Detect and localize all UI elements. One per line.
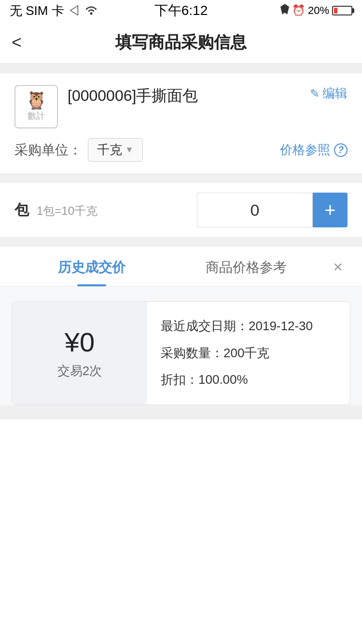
product-section: 🦉 數計 [0000006]手撕面包 ✎ 编辑 采购单位： 千克 ▼ 价格参照 …: [0, 73, 362, 173]
price-ref-button[interactable]: 价格参照 ?: [280, 141, 348, 158]
purchase-row: 采购单位： 千克 ▼ 价格参照 ?: [14, 138, 348, 162]
product-logo: 🦉 數計: [14, 85, 58, 128]
owl-icon: 🦉: [26, 92, 47, 109]
product-name: [0000006]手撕面包: [68, 85, 198, 107]
quantity-display: 0: [197, 193, 313, 227]
back-button[interactable]: <: [12, 32, 22, 53]
quantity-section: 包 1包=10千克 0 +: [0, 183, 362, 237]
page-title: 填写商品采购信息: [115, 31, 247, 54]
unit-label: 包: [14, 200, 29, 220]
unit-dropdown[interactable]: 千克 ▼: [88, 138, 143, 162]
tab-history-price[interactable]: 历史成交价: [14, 247, 169, 286]
svg-point-0: [90, 12, 92, 14]
alarm-icon: ⏰: [292, 4, 305, 17]
price-amount: ¥0: [65, 326, 95, 358]
price-detail-quantity: 采购数量：200千克: [161, 343, 336, 364]
unit-value: 千克: [97, 141, 122, 158]
status-bar: 无 SIM 卡 ◁ 下午6:12 ⏰ 20%: [0, 0, 362, 21]
price-detail-date: 最近成交日期：2019-12-30: [161, 316, 336, 336]
product-header: 🦉 數計 [0000006]手撕面包 ✎ 编辑: [14, 85, 348, 128]
dropdown-arrow-icon: ▼: [125, 145, 134, 155]
price-card: ¥0 交易2次 最近成交日期：2019-12-30 采购数量：200千克 折扣：…: [12, 301, 350, 405]
price-detail-discount: 折扣：100.00%: [161, 370, 336, 390]
battery-percentage: 20%: [308, 4, 329, 17]
help-icon: ?: [334, 143, 348, 157]
edit-icon: ✎: [310, 87, 320, 100]
tabs-header: 历史成交价 商品价格参考 ×: [0, 247, 362, 287]
status-left: 无 SIM 卡 ◁: [10, 2, 98, 19]
quantity-right: 0 +: [197, 193, 348, 227]
battery-icon: [332, 6, 352, 15]
nav-bar: < 填写商品采购信息: [0, 21, 362, 64]
location-icon: [280, 4, 289, 17]
tabs-section: 历史成交价 商品价格参考 × ¥0 交易2次 最近成交日期：2019-12-30…: [0, 247, 362, 405]
tab-price-ref[interactable]: 商品价格参考: [169, 247, 323, 286]
status-right: ⏰ 20%: [280, 4, 352, 17]
quantity-left: 包 1包=10千克: [14, 200, 97, 220]
unit-conversion: 1包=10千克: [37, 203, 97, 219]
tab-close-button[interactable]: ×: [328, 252, 348, 281]
status-time: 下午6:12: [154, 1, 208, 20]
price-count: 交易2次: [57, 363, 102, 379]
price-card-right: 最近成交日期：2019-12-30 采购数量：200千克 折扣：100.00%: [147, 302, 350, 405]
edit-label: 编辑: [322, 85, 348, 102]
page-bottom: [0, 420, 362, 644]
quantity-plus-button[interactable]: +: [313, 193, 348, 227]
edit-button[interactable]: ✎ 编辑: [310, 85, 348, 102]
purchase-unit-label: 采购单位：: [14, 141, 82, 159]
product-left: 🦉 數計 [0000006]手撕面包: [14, 85, 198, 128]
price-card-left: ¥0 交易2次: [12, 302, 147, 405]
purchase-left: 采购单位： 千克 ▼: [14, 138, 143, 162]
carrier-text: 无 SIM 卡 ◁: [10, 2, 80, 19]
price-ref-label: 价格参照: [280, 141, 330, 158]
wifi-icon: [84, 3, 98, 18]
